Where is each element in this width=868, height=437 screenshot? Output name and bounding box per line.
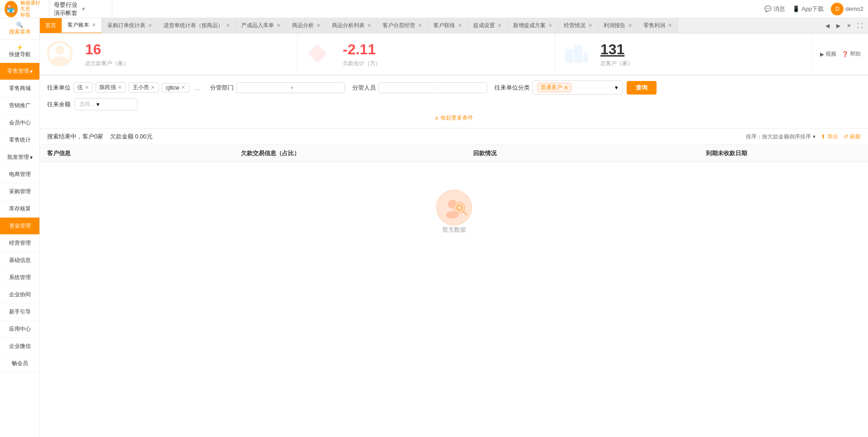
remove-tag-cjttcw[interactable]: ✕ (181, 85, 185, 90)
tab-next-button[interactable]: ▶ (834, 21, 843, 30)
tab-close-customer-layer[interactable]: ✕ (418, 23, 422, 28)
query-button[interactable]: 查询 (627, 81, 657, 95)
col-debt-info: 欠款交易信息（占比） (241, 149, 473, 157)
chevron-down-icon: ▾ (615, 84, 618, 91)
stat-total-clients: 131 总客户（家） (555, 33, 813, 75)
tab-product-analysis-list[interactable]: 商品分析列表 ✕ (326, 18, 377, 33)
col-customer-info: 客户信息 (47, 149, 241, 157)
data-table: 客户信息 欠款交易信息（占比） 回款情况 到期未收款日期 (40, 145, 868, 437)
results-actions: 排序：按欠款金额倒序排序 ▾ ⬆ 导出 ↺ 刷新 (746, 133, 861, 141)
tab-add-raise[interactable]: 新增提成方案 ✕ (508, 18, 558, 33)
sidebar-item-marketing[interactable]: 营销推广 (0, 97, 39, 114)
remove-tag-wu[interactable]: ✕ (85, 85, 89, 90)
sidebar: 🔍 搜索菜单 ⚡ 快捷导航 零售管理 ▾ 零售商城 营销推广 会员中心 零售统计… (0, 18, 40, 437)
sidebar-item-finance[interactable]: 资金管理 (0, 218, 39, 235)
svg-rect-6 (574, 45, 582, 62)
chevron-down-icon: ▾ (291, 85, 340, 91)
video-button[interactable]: ▶ 视频 (820, 50, 836, 58)
tab-profit-report[interactable]: 利润报告 ✕ (598, 18, 638, 33)
remove-category-tag[interactable]: ✕ (564, 85, 568, 91)
tab-close-product-analysis[interactable]: ✕ (317, 23, 321, 28)
sidebar-item-wholesale-mgmt[interactable]: 批发管理 ▾ (0, 149, 39, 166)
sidebar-item-basic-info[interactable]: 基础信息 (0, 252, 39, 269)
sidebar-item-inventory[interactable]: 库存核算 (0, 200, 39, 218)
sidebar-item-enterprise[interactable]: 企业协同 (0, 286, 39, 304)
filter-more-tags[interactable]: ... (192, 83, 203, 92)
logo-text: 畅捷通好生意 标版 (20, 0, 44, 18)
sidebar-item-retail-stats[interactable]: 零售统计 (0, 132, 39, 149)
svg-point-2 (52, 56, 68, 65)
tab-close-raise-settings[interactable]: ✕ (498, 23, 502, 28)
partner-category-select[interactable]: 普通客户 ✕ ▾ (532, 81, 623, 95)
refresh-button[interactable]: ↺ 刷新 (844, 133, 861, 141)
tab-close-all-button[interactable]: ✕ (844, 21, 854, 30)
logo-icon: 🏪 (5, 1, 18, 17)
sidebar-item-ecommerce[interactable]: 电商管理 (0, 166, 39, 183)
collapse-button[interactable]: ∧ 收起更多条件 (429, 112, 479, 124)
empty-illustration (436, 190, 472, 226)
sidebar-item-vip[interactable]: 畅会员 (0, 355, 39, 372)
export-button[interactable]: ⬆ 导出 (821, 133, 838, 141)
tab-close-customer-contact[interactable]: ✕ (458, 23, 462, 28)
tab-close-profit-report[interactable]: ✕ (628, 23, 632, 28)
tab-inbound-stats[interactable]: 进货单统计表（按商品） ✕ (158, 18, 236, 33)
tab-customer-contact[interactable]: 客户联络 ✕ (428, 18, 468, 33)
branch-person-select[interactable]: ··· (379, 82, 487, 93)
tab-close-product-inbound[interactable]: ✕ (277, 23, 281, 28)
sort-button[interactable]: 排序：按欠款金额倒序排序 ▾ (746, 133, 815, 141)
store-selector[interactable]: 母婴行业演示帐套 ▾ (49, 0, 112, 19)
sidebar-item-sys-mgmt[interactable]: 系统管理 (0, 269, 39, 286)
more-options-icon[interactable]: ··· (431, 85, 482, 91)
search-icon: 🔍 (16, 22, 23, 28)
empty-text: 暂无数据 (442, 226, 466, 234)
filter-area: 往来单位 伍 ✕ 陈民强 ✕ 王小亮 ✕ (40, 76, 868, 128)
tab-expand-button[interactable]: ⛶ (855, 21, 864, 30)
filter-row-2: 往来余额 选择... ▾ (47, 98, 861, 110)
app-download-button[interactable]: 📱 App下载 (792, 5, 824, 13)
stats-bar: 16 总欠款客户（家） ✕ -2.11 欠款合计（万） (40, 33, 868, 75)
refresh-icon: ↺ (844, 133, 848, 140)
balance-select[interactable]: 选择... ▾ (74, 98, 138, 110)
tab-home[interactable]: 首页 (40, 18, 62, 33)
tab-raise-settings[interactable]: 提成设置 ✕ (468, 18, 508, 33)
message-icon: 💬 (764, 5, 772, 12)
sidebar-search[interactable]: 🔍 搜索菜单 (0, 18, 39, 40)
tab-product-analysis[interactable]: 商品分析 ✕ (287, 18, 326, 33)
results-summary: 搜索结果中，客户0家 欠款金额 0.00元 (47, 133, 153, 141)
tab-close-business-status[interactable]: ✕ (588, 23, 592, 28)
top-header: 🏪 畅捷通好生意 标版 母婴行业演示帐套 ▾ 💬 消息 📱 App下载 D de… (0, 0, 868, 18)
tab-close-customer-accounts[interactable]: ✕ (92, 22, 96, 28)
tab-product-inbound[interactable]: 产成品入库单 ✕ (236, 18, 287, 33)
sidebar-item-app-center[interactable]: 应用中心 (0, 321, 39, 338)
sidebar-item-member-center[interactable]: 会员中心 (0, 114, 39, 132)
user-menu[interactable]: D demo2 (831, 3, 863, 15)
tab-customer-accounts[interactable]: 客户账本 ✕ (62, 18, 102, 33)
sidebar-quick-nav[interactable]: ⚡ 快捷导航 (0, 40, 39, 63)
sidebar-item-operations[interactable]: 经营管理 (0, 235, 39, 252)
tab-close-inbound[interactable]: ✕ (226, 23, 230, 28)
sidebar-item-retail-mall[interactable]: 零售商城 (0, 80, 39, 97)
svg-point-1 (55, 45, 64, 54)
message-button[interactable]: 💬 消息 (764, 5, 785, 13)
tab-purchase-order-stats[interactable]: 采购订单统计表 ✕ (102, 18, 158, 33)
tab-prev-button[interactable]: ◀ (823, 21, 832, 30)
sidebar-item-retail-mgmt[interactable]: 零售管理 ▾ (0, 63, 39, 80)
tab-close-product-analysis-list[interactable]: ✕ (367, 23, 371, 28)
sidebar-item-new-guide[interactable]: 新手引导 (0, 304, 39, 321)
tab-business-status[interactable]: 经营情况 ✕ (558, 18, 598, 33)
tab-customer-layer[interactable]: 客户分层经营 ✕ (377, 18, 428, 33)
remove-tag-wang[interactable]: ✕ (151, 85, 155, 90)
remove-tag-chen[interactable]: ✕ (118, 85, 122, 90)
help-icon: ❓ (842, 51, 849, 57)
export-icon: ⬆ (821, 133, 825, 140)
page-content: 16 总欠款客户（家） ✕ -2.11 欠款合计（万） (40, 33, 868, 437)
filter-tag-wang: 王小亮 ✕ (129, 82, 159, 93)
sidebar-item-purchase[interactable]: 采购管理 (0, 183, 39, 200)
tab-close-purchase-order[interactable]: ✕ (148, 23, 152, 28)
tab-close-retail-profit[interactable]: ✕ (668, 23, 672, 28)
tab-retail-profit[interactable]: 零售利润 ✕ (638, 18, 678, 33)
tab-close-add-raise[interactable]: ✕ (548, 23, 552, 28)
sidebar-item-enterprise-wechat[interactable]: 企业微信 (0, 338, 39, 355)
branch-dept-select[interactable]: ▾ (236, 82, 345, 93)
help-button[interactable]: ❓ 帮助 (842, 50, 861, 58)
